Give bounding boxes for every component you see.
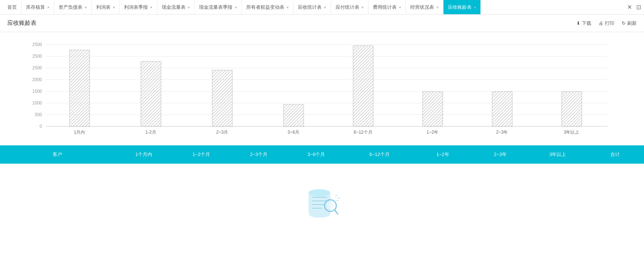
maximize-window-button[interactable]: ⊡ <box>636 4 641 11</box>
svg-text:1月内: 1月内 <box>74 130 85 135</box>
bar-1-2年 <box>423 92 443 126</box>
tab-close-income-q[interactable]: × <box>150 5 152 9</box>
print-icon: 🖨 <box>599 20 603 26</box>
tab-close-cashflow-q[interactable]: × <box>235 5 237 9</box>
svg-text:2000: 2000 <box>32 77 42 82</box>
close-window-button[interactable]: ✕ <box>627 4 632 11</box>
main-content: 2500 2500 2500 2000 1500 1000 500 0 <box>0 32 644 263</box>
svg-point-28 <box>308 189 330 197</box>
tab-close-expense[interactable]: × <box>399 5 401 9</box>
bar-1月内 <box>70 50 90 126</box>
svg-text:1000: 1000 <box>32 100 42 106</box>
tab-bar: 首页 库存核算 × 资产负债表 × 利润表 × 利润表季报 × 现金流量表 × … <box>0 0 644 15</box>
svg-text:1~2年: 1~2年 <box>427 130 438 135</box>
tab-close-ap-stat[interactable]: × <box>362 5 364 9</box>
svg-text:1-2月: 1-2月 <box>145 130 156 135</box>
tab-income[interactable]: 利润表 × <box>92 0 120 15</box>
tab-inventory[interactable]: 库存核算 × <box>22 0 54 15</box>
tab-balance-sheet[interactable]: 资产负债表 × <box>54 0 91 15</box>
bar-2-3年 <box>492 92 512 126</box>
tab-operation[interactable]: 经营状况表 × <box>406 0 443 15</box>
download-button[interactable]: ⬇ 下载 <box>576 20 591 27</box>
tab-ar-stat[interactable]: 应收统计表 × <box>293 0 331 15</box>
svg-text:500: 500 <box>35 112 42 117</box>
col-header-6-12m: 6~12个月 <box>345 151 414 158</box>
bar-chart: 2500 2500 2500 2000 1500 1000 500 0 <box>15 39 629 142</box>
col-header-total: 合计 <box>587 151 644 158</box>
tab-close-ar-aging[interactable]: × <box>474 5 476 9</box>
col-header-3y-plus: 3年以上 <box>529 151 587 158</box>
tab-ap-stat[interactable]: 应付统计表 × <box>331 0 368 15</box>
svg-text:3年以上: 3年以上 <box>564 130 580 135</box>
svg-text:6~12个月: 6~12个月 <box>353 130 372 135</box>
col-header-3-6m: 3~6个月 <box>288 151 345 158</box>
tab-income-quarterly[interactable]: 利润表季报 × <box>120 0 157 15</box>
col-header-2-3m: 2~3个月 <box>230 151 288 158</box>
svg-text:2500: 2500 <box>32 42 42 47</box>
bar-3年以上 <box>562 92 582 126</box>
svg-text:0: 0 <box>40 124 42 129</box>
window-controls: ✕ ⊡ <box>627 4 641 11</box>
empty-state <box>295 178 349 229</box>
svg-text:3~6月: 3~6月 <box>288 130 299 135</box>
svg-text:2500: 2500 <box>32 54 42 59</box>
tab-expense-stat[interactable]: 费用统计表 × <box>368 0 406 15</box>
col-header-1-2y: 1~2年 <box>414 151 471 158</box>
page-title: 应收账龄表 <box>7 19 37 27</box>
table-header: 客户 1个月内 1~2个月 2~3个月 3~6个月 6~12个月 1~2年 2~… <box>0 145 644 164</box>
svg-text:1500: 1500 <box>32 89 42 94</box>
tab-close-operation[interactable]: × <box>436 5 438 9</box>
svg-text:2~3年: 2~3年 <box>496 130 508 135</box>
tab-equity[interactable]: 所有者权益变动表 × <box>242 0 293 15</box>
tab-close-income[interactable]: × <box>113 5 115 9</box>
col-header-1-2m: 1~2个月 <box>172 151 230 158</box>
print-button[interactable]: 🖨 打印 <box>599 20 614 27</box>
tab-close-balance[interactable]: × <box>85 5 87 9</box>
bar-3-6月 <box>284 104 304 126</box>
svg-text:2~3月: 2~3月 <box>216 130 228 135</box>
svg-line-36 <box>336 195 337 197</box>
svg-line-35 <box>334 210 338 214</box>
page-actions: ⬇ 下载 🖨 打印 ↻ 刷新 <box>576 20 637 27</box>
download-icon: ⬇ <box>576 20 580 26</box>
chart-area: 2500 2500 2500 2000 1500 1000 500 0 <box>0 32 644 145</box>
table-body <box>0 164 644 229</box>
col-header-2-3y: 2~3年 <box>472 151 529 158</box>
bar-2-3月 <box>212 70 232 126</box>
col-header-customer: 客户 <box>0 151 115 158</box>
svg-text:2500: 2500 <box>32 65 42 70</box>
empty-illustration <box>302 186 342 222</box>
tab-close-ar-stat[interactable]: × <box>324 5 326 9</box>
tab-close-equity[interactable]: × <box>287 5 289 9</box>
tab-ar-aging[interactable]: 应收账龄表 × <box>443 0 481 15</box>
refresh-icon: ↻ <box>622 20 626 26</box>
bar-6-12月 <box>353 46 373 126</box>
page-header: 应收账龄表 ⬇ 下载 🖨 打印 ↻ 刷新 <box>0 15 644 32</box>
svg-point-34 <box>327 202 334 209</box>
bar-1-2月 <box>141 61 161 126</box>
svg-line-37 <box>337 198 340 198</box>
tab-cashflow-quarterly[interactable]: 现金流量表季报 × <box>195 0 242 15</box>
col-header-1m: 1个月内 <box>115 151 172 158</box>
chart-container: 2500 2500 2500 2000 1500 1000 500 0 <box>15 39 629 142</box>
tab-close-cashflow[interactable]: × <box>188 5 190 9</box>
tab-close-inventory[interactable]: × <box>47 5 49 9</box>
refresh-button[interactable]: ↻ 刷新 <box>622 20 637 27</box>
tab-home[interactable]: 首页 <box>3 0 22 15</box>
tab-cashflow[interactable]: 现金流量表 × <box>157 0 195 15</box>
